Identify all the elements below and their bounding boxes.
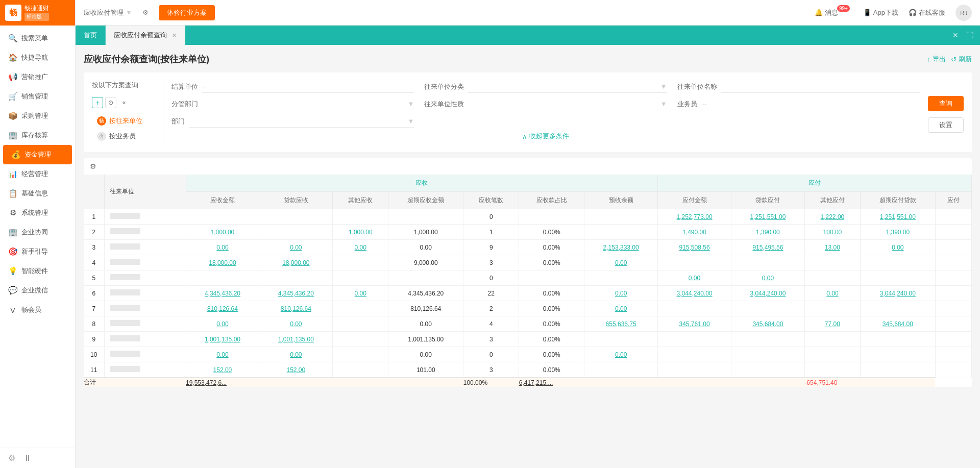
table-cell: 1: [84, 209, 104, 225]
tab-ar-ap[interactable]: 应收应付余额查询 ✕: [106, 26, 185, 45]
table-cell: 0.00%: [519, 362, 584, 378]
table-cell[interactable]: 1,000.00: [333, 225, 388, 240]
table-cell[interactable]: 152.00: [259, 362, 333, 378]
footer-gear-icon[interactable]: ⚙: [8, 453, 15, 463]
table-cell: [935, 301, 971, 316]
footer-empty-7: [860, 378, 935, 387]
tab-home[interactable]: 首页: [76, 26, 106, 45]
setting-button[interactable]: 设置: [928, 117, 964, 133]
sidebar-item-inventory[interactable]: 🏢 库存核算: [0, 126, 75, 145]
sidebar-item-member[interactable]: V 畅会员: [0, 300, 75, 319]
sidebar-item-base-info[interactable]: 📋 基础信息: [0, 184, 75, 203]
partner-name-input[interactable]: [721, 83, 920, 90]
online-service-btn[interactable]: 🎧 在线客服: [909, 8, 945, 17]
sidebar-item-guide[interactable]: 🎯 新手引导: [0, 242, 75, 261]
sidebar-item-wechat[interactable]: 💬 企业微信: [0, 281, 75, 300]
filter-schema-btn[interactable]: ⊙: [105, 97, 116, 108]
table-cell[interactable]: 0.00: [259, 347, 333, 362]
table-cell: 11: [84, 362, 104, 378]
notification-btn[interactable]: 🔔 消息 99+: [815, 8, 853, 17]
sidebar-item-smart-hw[interactable]: 💡 智能硬件: [0, 261, 75, 281]
table-cell[interactable]: 2,153,333.00: [584, 240, 658, 255]
table-cell[interactable]: 1,390.00: [860, 225, 935, 240]
filter-option-by-staff[interactable]: ⏱ 按业务员: [92, 129, 157, 144]
table-cell[interactable]: 0.00: [731, 270, 804, 286]
table-cell: 4: [463, 316, 519, 332]
sidebar-item-search[interactable]: 🔍 搜索菜单: [0, 29, 75, 48]
app-download-btn[interactable]: 📱 App下载: [863, 8, 898, 17]
table-cell[interactable]: 915,508.56: [658, 240, 731, 255]
table-cell[interactable]: 3,044,240.00: [731, 286, 804, 301]
table-cell[interactable]: 0.00: [333, 286, 388, 301]
table-cell[interactable]: 1,390.00: [731, 225, 804, 240]
refresh-button[interactable]: ↺ 刷新: [951, 55, 972, 64]
table-cell[interactable]: 1,000.00: [186, 225, 259, 240]
table-cell: 4,345,436.20: [388, 286, 463, 301]
sidebar-item-enterprise[interactable]: 🏢 企业协同: [0, 223, 75, 242]
table-cell[interactable]: 4,345,436.20: [186, 286, 259, 301]
table-settings-icon[interactable]: ⚙: [90, 162, 96, 170]
table-cell[interactable]: 77.00: [804, 316, 860, 332]
table-cell[interactable]: 1,490.00: [658, 225, 731, 240]
table-cell[interactable]: 0.00: [584, 286, 658, 301]
field-partner-category: 往来单位分类 ▼: [424, 81, 667, 93]
sidebar-item-marketing[interactable]: 📢 营销推广: [0, 67, 75, 87]
sidebar-item-purchase[interactable]: 📦 采购管理: [0, 106, 75, 126]
table-cell[interactable]: 3,044,240.00: [658, 286, 731, 301]
table-cell[interactable]: 345,761.00: [658, 316, 731, 332]
table-row: 91,001,135.001,001,135.001,001,135.0030.…: [84, 332, 972, 347]
table-cell[interactable]: 1,001,135.00: [186, 332, 259, 347]
table-cell[interactable]: 1,251,551.00: [860, 209, 935, 225]
tab-close-window-btn[interactable]: ✕: [949, 29, 962, 41]
table-cell[interactable]: 0.00: [804, 286, 860, 301]
topbar-gear-btn[interactable]: ⚙: [138, 6, 153, 20]
table-cell[interactable]: 1,001,135.00: [259, 332, 333, 347]
sidebar-item-system[interactable]: ⚙ 系统管理: [0, 203, 75, 223]
sidebar-item-sales[interactable]: 🛒 销售管理: [0, 87, 75, 106]
filter-add-btn[interactable]: +: [92, 97, 103, 108]
table-cell[interactable]: 0.00: [584, 255, 658, 270]
footer-ar-total[interactable]: 19,553,472,6...: [186, 378, 259, 387]
query-button[interactable]: 查询: [928, 96, 964, 111]
table-cell[interactable]: 4,345,436.20: [259, 286, 333, 301]
tab-close-icon[interactable]: ✕: [172, 32, 177, 39]
table-cell[interactable]: 1,222.00: [804, 209, 860, 225]
footer-prepay[interactable]: 6,417,215....: [519, 378, 584, 387]
table-cell[interactable]: 0.00: [584, 347, 658, 362]
table-cell[interactable]: 0.00: [186, 316, 259, 332]
table-cell[interactable]: 0.00: [259, 240, 333, 255]
table-cell[interactable]: 655,636.75: [584, 316, 658, 332]
table-cell[interactable]: 810,126.64: [259, 301, 333, 316]
table-cell[interactable]: 810,126.64: [186, 301, 259, 316]
filter-collapse-btn[interactable]: «: [118, 97, 130, 108]
solution-button[interactable]: 体验行业方案: [159, 5, 215, 20]
breadcrumb-text: 应收应付管理: [84, 8, 124, 17]
tab-maximize-btn[interactable]: ⛶: [964, 29, 976, 41]
sidebar-item-quick-nav[interactable]: 🏠 快捷导航: [0, 48, 75, 67]
table-cell[interactable]: 0.00: [259, 316, 333, 332]
user-avatar[interactable]: Rit: [955, 5, 972, 21]
table-cell[interactable]: 0.00: [186, 240, 259, 255]
sidebar-item-finance[interactable]: 💰 资金管理: [3, 145, 72, 164]
table-cell[interactable]: 915,495.56: [731, 240, 804, 255]
table-cell[interactable]: 0.00: [186, 347, 259, 362]
table-cell[interactable]: 345,684.00: [731, 316, 804, 332]
table-cell[interactable]: 0.00: [860, 240, 935, 255]
table-cell[interactable]: 0.00: [658, 270, 731, 286]
table-cell[interactable]: 13.00: [804, 240, 860, 255]
table-cell[interactable]: 3,044,240.00: [860, 286, 935, 301]
footer-toggle-icon[interactable]: ⏸: [23, 454, 32, 463]
collapse-row[interactable]: ∧ 收起更多条件: [172, 128, 920, 141]
table-cell[interactable]: 18,000.00: [186, 255, 259, 270]
table-cell[interactable]: 100.00: [804, 225, 860, 240]
table-cell[interactable]: 1,252,773.00: [658, 209, 731, 225]
table-cell[interactable]: 1,251,551.00: [731, 209, 804, 225]
table-cell[interactable]: 18,000.00: [259, 255, 333, 270]
table-cell[interactable]: 152.00: [186, 362, 259, 378]
table-cell[interactable]: 345,684.00: [860, 316, 935, 332]
sidebar-item-management[interactable]: 📊 经营管理: [0, 164, 75, 184]
table-cell[interactable]: 0.00: [333, 240, 388, 255]
filter-option-by-partner[interactable]: 畅 按往来单位: [92, 113, 157, 129]
export-button[interactable]: ↑ 导出: [927, 55, 946, 64]
table-cell[interactable]: 0.00: [584, 301, 658, 316]
